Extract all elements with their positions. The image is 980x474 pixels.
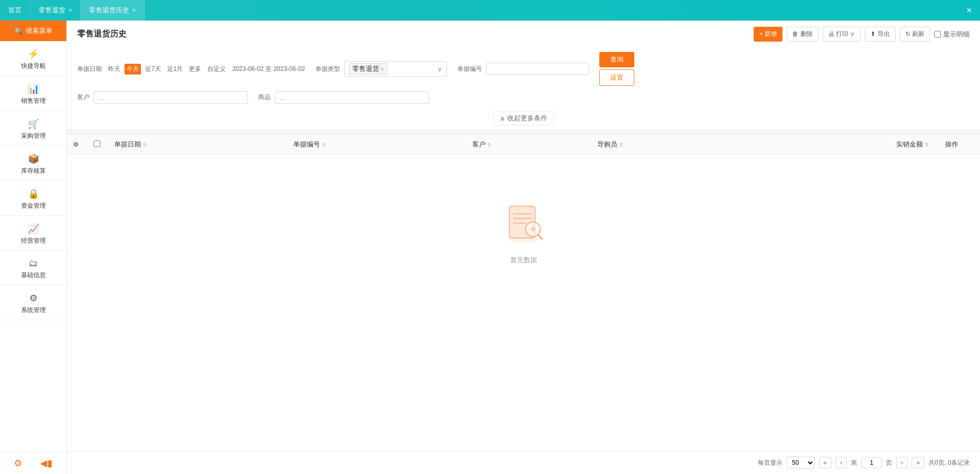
inventory-label: 库存核算: [21, 167, 46, 175]
date-opt-1month[interactable]: 近1月: [165, 64, 185, 75]
page-title-row: 零售退货历史 + 新增 🗑 删除 🖨 打印 ∨ ⬆ 导出 ↻ 刷新 显示明细: [77, 27, 970, 42]
th-amount[interactable]: 实销金额⇅: [743, 135, 939, 155]
page-size-select[interactable]: 50 100 200: [787, 457, 815, 469]
sort-customer-icon: ⇅: [487, 142, 491, 148]
date-opt-yesterday[interactable]: 昨天: [106, 64, 122, 75]
system-icon: ⚙: [29, 293, 38, 304]
table-body: 暂无数据: [67, 155, 980, 306]
purchase-icon: 🛒: [28, 118, 39, 130]
main-layout: 🔍 搜索菜单 ⚡ 快捷导航 📊 销售管理 🛒 采购管理 📦 库存核算 🔒 资金管…: [0, 21, 980, 474]
th-guide[interactable]: 导购员⇅: [591, 135, 743, 155]
number-filter-label: 单据编号: [457, 65, 482, 74]
date-opt-more[interactable]: 更多: [187, 64, 203, 75]
refresh-button[interactable]: ↻ 刷新: [900, 27, 930, 42]
print-button[interactable]: 🖨 打印 ∨: [823, 27, 861, 42]
last-page-btn[interactable]: »: [912, 457, 924, 468]
type-filter-select[interactable]: 零售退货 × ∨: [344, 61, 447, 77]
date-filter-group: 单据日期 昨天 今天 近7天 近1月 更多 自定义 2023-06-02 至 2…: [77, 64, 305, 75]
tab-retail-return[interactable]: 零售退货 ×: [30, 0, 81, 21]
type-tag-close[interactable]: ×: [381, 66, 384, 72]
display-detail-checkbox[interactable]: [934, 31, 941, 38]
prev-page-btn[interactable]: ‹: [835, 457, 847, 468]
audio-footer-icon[interactable]: ◀▮: [40, 458, 52, 469]
th-check[interactable]: [87, 135, 108, 155]
finance-icon: 🔒: [28, 188, 39, 199]
tab-retail-return-history[interactable]: 零售退货历史 ×: [81, 0, 145, 21]
system-label: 系统管理: [21, 306, 46, 315]
select-all-checkbox[interactable]: [94, 140, 100, 147]
sort-guide-icon: ⇅: [619, 142, 623, 148]
search-menu-icon: 🔍: [14, 27, 23, 35]
sidebar-item-inventory[interactable]: 📦 库存核算: [0, 146, 66, 181]
tab-home[interactable]: 首页: [0, 0, 30, 21]
tab-list: 首页 零售退货 × 零售退货历史 ×: [0, 0, 958, 21]
customer-filter-label: 客户: [77, 93, 90, 102]
tab-retail-return-history-close[interactable]: ×: [132, 7, 136, 14]
data-table: ⚙ 单据日期⇅ 单据编号⇅ 客户⇅ 导购员⇅ 实销金额⇅ 操作: [67, 134, 980, 306]
first-page-btn[interactable]: «: [819, 457, 832, 468]
sidebar-item-operations[interactable]: 📈 经营管理: [0, 216, 66, 251]
search-menu-button[interactable]: 🔍 搜索菜单: [0, 21, 66, 41]
sort-date-icon: ⇅: [142, 142, 147, 148]
purchase-label: 采购管理: [21, 132, 46, 140]
th-customer[interactable]: 客户⇅: [466, 135, 592, 155]
export-button[interactable]: ⬆ 导出: [865, 27, 895, 42]
query-set-col: 查询 设置: [599, 52, 634, 86]
delete-button[interactable]: 🗑 删除: [787, 27, 818, 42]
sidebar-item-finance[interactable]: 🔒 资金管理: [0, 181, 66, 216]
new-button[interactable]: + 新增: [754, 27, 782, 42]
quick-nav-label: 快捷导航: [21, 62, 46, 70]
tab-retail-return-close[interactable]: ×: [68, 7, 72, 14]
date-filter-label: 单据日期: [77, 65, 102, 74]
type-filter-group: 单据类型 零售退货 × ∨: [315, 61, 447, 77]
collapse-button[interactable]: ∧ 收起更多条件: [493, 111, 554, 125]
number-filter-input[interactable]: [486, 63, 589, 75]
operations-label: 经营管理: [21, 236, 46, 245]
query-button[interactable]: 查询: [599, 52, 634, 67]
customer-filter-input[interactable]: ...: [94, 91, 248, 104]
date-opt-custom[interactable]: 自定义: [205, 64, 228, 75]
empty-state: 暂无数据: [67, 155, 980, 306]
th-number[interactable]: 单据编号⇅: [287, 135, 466, 155]
date-opt-7days[interactable]: 近7天: [143, 64, 163, 75]
empty-state-cell: 暂无数据: [67, 155, 980, 306]
inventory-icon: 📦: [28, 153, 39, 165]
settings-footer-icon[interactable]: ⚙: [14, 458, 22, 469]
type-tag: 零售退货 ×: [349, 63, 387, 75]
sidebar-item-quick-nav[interactable]: ⚡ 快捷导航: [0, 41, 66, 76]
goods-placeholder: ...: [279, 94, 285, 101]
sidebar-item-basic-info[interactable]: 🗂 基础信息: [0, 251, 66, 285]
sort-amount-icon: ⇅: [924, 142, 929, 148]
date-options: 昨天 今天 近7天 近1月 更多 自定义: [106, 64, 228, 75]
display-detail-check[interactable]: 显示明细: [934, 30, 970, 39]
sidebar-item-system[interactable]: ⚙ 系统管理: [0, 285, 66, 320]
goods-filter-group: 商品 ...: [258, 91, 429, 104]
filter-area: 单据日期 昨天 今天 近7天 近1月 更多 自定义 2023-06-02 至 2…: [77, 48, 970, 130]
page-input[interactable]: [861, 457, 882, 468]
sidebar-item-purchase[interactable]: 🛒 采购管理: [0, 111, 66, 146]
filter-row-2: 客户 ... 商品 ...: [77, 91, 970, 104]
tab-home-label: 首页: [8, 6, 22, 15]
content-area: 零售退货历史 + 新增 🗑 删除 🖨 打印 ∨ ⬆ 导出 ↻ 刷新 显示明细: [67, 21, 980, 474]
th-settings[interactable]: ⚙: [67, 135, 87, 155]
quick-nav-icon: ⚡: [28, 48, 39, 60]
goods-filter-input[interactable]: ...: [275, 91, 429, 104]
th-actions: 操作: [939, 135, 980, 155]
empty-text: 暂无数据: [510, 256, 537, 265]
date-opt-today[interactable]: 今天: [124, 64, 141, 75]
th-guide-label: 导购员: [597, 140, 617, 148]
customer-filter-group: 客户 ...: [77, 91, 248, 104]
th-date[interactable]: 单据日期⇅: [108, 135, 287, 155]
sidebar-item-sales[interactable]: 📊 销售管理: [0, 76, 66, 111]
table-footer: 每页显示 50 100 200 « ‹ 第 页 › » 共0页, 0条记录: [67, 451, 980, 474]
window-close-button[interactable]: ×: [958, 5, 980, 16]
next-page-btn[interactable]: ›: [896, 457, 907, 468]
set-button[interactable]: 设置: [599, 69, 634, 86]
page-unit: 页: [886, 459, 892, 467]
display-detail-label: 显示明细: [943, 30, 970, 39]
basic-info-icon: 🗂: [29, 258, 38, 269]
sort-number-icon: ⇅: [322, 142, 326, 148]
top-bar: 首页 零售退货 × 零售退货历史 × ×: [0, 0, 980, 21]
finance-label: 资金管理: [21, 202, 46, 210]
type-filter-label: 单据类型: [315, 65, 340, 74]
